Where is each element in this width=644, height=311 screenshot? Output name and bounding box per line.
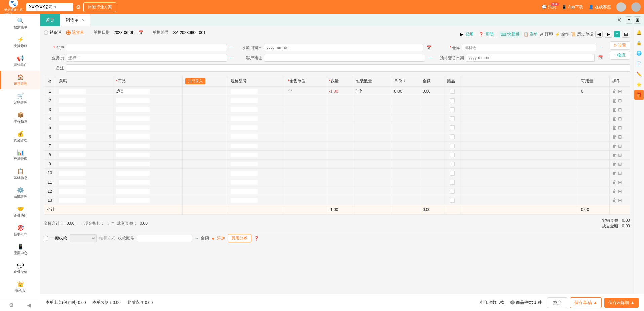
copy-row-btn-3[interactable]: ⊞ [618, 107, 622, 112]
row-unit-price-1[interactable]: 0.00 [391, 87, 420, 96]
copy-row-btn-2[interactable]: ⊞ [618, 98, 622, 103]
spec-input-5[interactable] [231, 125, 258, 130]
spec-input-6[interactable] [231, 134, 258, 139]
spec-input-10[interactable] [231, 171, 258, 176]
row-gift-4[interactable] [444, 114, 460, 123]
row-barcode-9[interactable] [56, 160, 113, 169]
row-product-11[interactable] [113, 178, 182, 187]
row-quantity-9[interactable] [326, 160, 353, 169]
barcode-input-6[interactable] [59, 134, 86, 139]
sidebar-item-purchase[interactable]: 🛒 采购管理 [0, 89, 40, 108]
row-barcode-8[interactable] [56, 151, 113, 160]
barcode-input-10[interactable] [59, 171, 86, 176]
copy-row-btn-6[interactable]: ⊞ [618, 134, 622, 140]
right-panel-doc-btn[interactable]: 📄 [634, 59, 644, 68]
right-panel-notification-btn[interactable]: 🔔 [634, 28, 644, 37]
salesperson-input[interactable] [66, 54, 227, 62]
row-gift-6[interactable] [444, 132, 460, 142]
row-spec-10[interactable] [228, 169, 285, 178]
row-unit-price-9[interactable] [391, 160, 420, 169]
select-link[interactable]: 📋 选单 [524, 31, 538, 37]
user-avatar[interactable] [616, 2, 626, 12]
scan-btn[interactable]: 扫码录入 [185, 78, 205, 84]
sidebar-collapse-icon[interactable]: ◀ [27, 302, 31, 308]
delete-row-btn-6[interactable]: 🗑 [612, 134, 617, 140]
right-panel-edit-btn[interactable]: ✏️ [634, 69, 644, 79]
sidebar-item-guide[interactable]: 🎯 新手引导 [0, 221, 40, 240]
nav-prev-button[interactable]: ◀ [595, 31, 603, 38]
payment-account-input[interactable] [137, 235, 192, 242]
setting-button[interactable]: ⚙ 设置 [610, 41, 630, 50]
operate-link[interactable]: ⚡ 操作 [555, 31, 569, 37]
row-unit-price-7[interactable] [391, 142, 420, 151]
product-input-4[interactable] [116, 116, 150, 121]
row-quantity-1[interactable]: -1.00 [326, 87, 353, 96]
row-barcode-13[interactable] [56, 196, 113, 205]
row-spec-1[interactable] [228, 87, 285, 96]
customer-input[interactable] [66, 44, 227, 51]
row-barcode-5[interactable] [56, 123, 113, 132]
gift-checkbox-4[interactable] [450, 116, 455, 121]
product-input-9[interactable] [116, 162, 150, 166]
sidebar-item-quick-nav[interactable]: ⚡ 快捷导航 [0, 33, 40, 52]
row-gift-7[interactable] [444, 142, 460, 151]
tab-home[interactable]: 首页 [40, 14, 60, 26]
sidebar-item-marketing[interactable]: 📢 营销推广 [0, 52, 40, 71]
spec-input-13[interactable] [231, 198, 258, 203]
right-panel-lock-btn[interactable]: 🔒 [634, 38, 644, 47]
row-spec-6[interactable] [228, 132, 285, 142]
expected-delivery-calendar-icon[interactable]: 📅 [598, 55, 603, 60]
copy-row-btn-1[interactable]: ⊞ [618, 89, 622, 94]
company-selector[interactable]: XXXXXX公司 ▾ [26, 3, 73, 11]
print-link[interactable]: 🖨 打印 [540, 31, 553, 37]
copy-row-btn-11[interactable]: ⊞ [618, 180, 622, 185]
product-input-5[interactable] [116, 125, 150, 130]
gift-checkbox-10[interactable] [450, 171, 455, 176]
online-service-button[interactable]: 👤 在线客服 [589, 4, 611, 10]
barcode-input-4[interactable] [59, 116, 86, 121]
calendar-icon[interactable]: 📅 [138, 30, 143, 35]
gear-settings-icon[interactable]: ⚙ [76, 4, 81, 10]
row-quantity-3[interactable] [326, 105, 353, 114]
row-spec-2[interactable] [228, 96, 285, 105]
delete-row-btn-1[interactable]: 🗑 [612, 89, 617, 94]
view-list-button[interactable]: ≡ [614, 31, 620, 37]
gift-checkbox-6[interactable] [450, 134, 455, 139]
barcode-input-11[interactable] [59, 180, 86, 185]
copy-row-btn-7[interactable]: ⊞ [618, 143, 622, 149]
row-barcode-4[interactable] [56, 114, 113, 123]
barcode-input-2[interactable] [59, 98, 86, 103]
sidebar-item-enterprise[interactable]: 🤝 企业协同 [0, 202, 40, 221]
row-barcode-7[interactable] [56, 142, 113, 151]
gift-checkbox-11[interactable] [450, 180, 455, 185]
message-button[interactable]: 💬 消息 99+ [542, 4, 556, 10]
right-panel-global-btn[interactable]: 🌐 [634, 48, 644, 58]
save-new-button[interactable]: 保存&新增 ▲ [604, 298, 639, 308]
row-spec-4[interactable] [228, 114, 285, 123]
sales-order-radio[interactable]: 销货单 [44, 30, 62, 35]
gift-checkbox-13[interactable] [450, 198, 455, 203]
barcode-input-7[interactable] [59, 144, 86, 148]
row-unit-price-13[interactable] [391, 196, 420, 205]
spec-input-2[interactable] [231, 98, 258, 103]
abandon-button[interactable]: 放弃 [547, 297, 567, 308]
row-product-1[interactable] [113, 87, 182, 96]
delete-row-btn-12[interactable]: 🗑 [612, 189, 617, 194]
row-spec-3[interactable] [228, 105, 285, 114]
sidebar-item-search[interactable]: 🔍 搜索菜单 [0, 14, 40, 33]
row-quantity-8[interactable] [326, 151, 353, 160]
row-gift-12[interactable] [444, 187, 460, 196]
th-scan[interactable]: 扫码录入 [182, 76, 228, 87]
row-gift-1[interactable] [444, 87, 460, 96]
spec-input-7[interactable] [231, 144, 258, 148]
row-product-10[interactable] [113, 169, 182, 178]
warehouse-dots-btn[interactable]: ··· [600, 45, 603, 50]
delete-row-btn-10[interactable]: 🗑 [612, 170, 617, 176]
gift-checkbox-3[interactable] [450, 107, 455, 112]
row-quantity-5[interactable] [326, 123, 353, 132]
product-input-6[interactable] [116, 134, 150, 139]
row-spec-7[interactable] [228, 142, 285, 151]
gift-checkbox-2[interactable] [450, 98, 455, 103]
customer-address-input[interactable] [264, 54, 425, 62]
row-spec-13[interactable] [228, 196, 285, 205]
